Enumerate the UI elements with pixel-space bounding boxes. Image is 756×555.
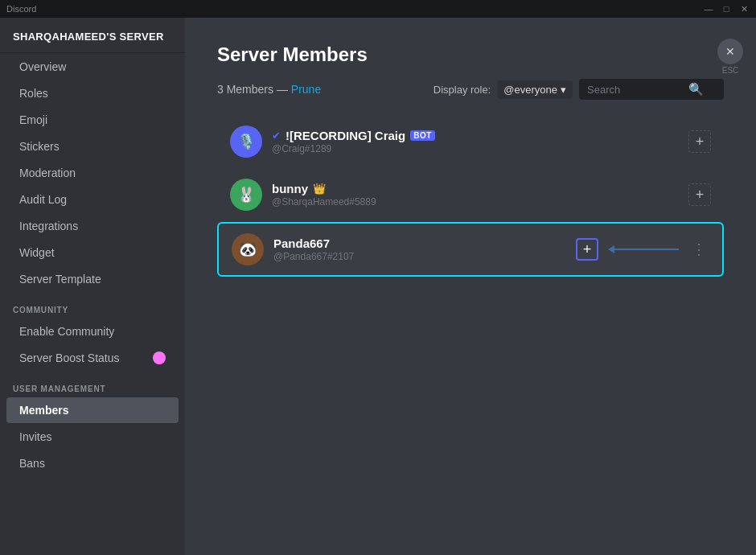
sidebar-item-label: Widget [19,246,55,259]
arrow-indicator [608,245,679,253]
member-info: ✔ ![RECORDING] Craig BOT @Craig#1289 [272,129,679,154]
sidebar-item-label: Bans [19,457,45,470]
member-name-row: Panda667 [273,236,566,250]
sidebar-item-label: Emoji [19,113,47,126]
sidebar-item-server-template[interactable]: Server Template [6,266,179,292]
server-name: SHARQAHAMEED'S SERVER [0,18,185,53]
add-role-button-highlighted[interactable]: + [576,238,598,261]
minimize-btn[interactable]: — [703,4,714,14]
sidebar-item-label: Enable Community [19,325,114,338]
display-role-label: Display role: [433,84,491,96]
verified-icon: ✔ [272,130,281,142]
display-role-section: Display role: @everyone ▾ 🔍 [433,79,724,100]
member-name: bunny [272,182,308,195]
sidebar-item-label: Server Template [19,273,101,286]
member-info: Panda667 @Panda667#2107 [273,236,566,262]
member-row: 🎙️ ✔ ![RECORDING] Craig BOT @Craig#1289 … [217,116,724,167]
sidebar: SHARQAHAMEED'S SERVER Overview Roles Emo… [0,18,185,555]
arrow-head-icon [608,245,614,253]
members-header: 3 Members — Prune Display role: @everyon… [217,79,724,100]
sidebar-item-label: Server Boost Status [19,352,120,364]
sidebar-item-emoji[interactable]: Emoji [6,107,179,133]
sidebar-item-label: Stickers [19,140,60,153]
titlebar: Discord — □ ✕ [0,0,756,18]
member-info: bunny 👑 @SharqaHameed#5889 [272,182,679,208]
close-btn[interactable]: ✕ [738,4,750,14]
esc-button[interactable]: ✕ ESC [717,39,743,75]
avatar: 🐼 [232,233,264,265]
search-bar: 🔍 [579,79,724,100]
prune-link[interactable]: Prune [291,83,321,96]
user-management-section-label: USER MANAGEMENT [0,372,185,397]
member-tag: @Panda667#2107 [273,251,566,262]
sidebar-item-label: Roles [19,87,48,100]
close-icon[interactable]: ✕ [717,39,743,64]
member-name: ![RECORDING] Craig [286,129,405,142]
window-controls[interactable]: — □ ✕ [703,4,750,14]
sidebar-item-server-boost-status[interactable]: Server Boost Status [6,345,179,371]
sidebar-item-label: Moderation [19,166,76,179]
sidebar-item-bans[interactable]: Bans [6,450,179,476]
app-title: Discord [6,4,36,14]
sidebar-item-audit-log[interactable]: Audit Log [6,187,179,212]
member-name: Panda667 [273,236,330,250]
sidebar-item-label: Audit Log [19,193,67,206]
maximize-btn[interactable]: □ [721,4,732,14]
search-input[interactable] [587,84,684,96]
sidebar-item-stickers[interactable]: Stickers [6,134,179,159]
avatar: 🐰 [230,179,262,211]
bot-badge: BOT [410,130,435,141]
sidebar-item-overview[interactable]: Overview [6,54,179,80]
member-name-row: ✔ ![RECORDING] Craig BOT [272,129,679,142]
sidebar-item-label: Invites [19,430,51,443]
community-section-label: COMMUNITY [0,293,185,318]
members-count: 3 Members — Prune [217,83,321,96]
sidebar-item-label: Members [19,404,68,417]
app-body: SHARQAHAMEED'S SERVER Overview Roles Emo… [0,18,756,555]
sidebar-item-enable-community[interactable]: Enable Community [6,319,179,344]
sidebar-item-moderation[interactable]: Moderation [6,160,179,186]
member-tag: @SharqaHameed#5889 [272,196,679,208]
display-role-select[interactable]: @everyone ▾ [497,80,573,99]
arrow-line [614,249,679,250]
sidebar-item-label: Integrations [19,220,78,232]
page-title: Server Members [217,43,724,66]
search-icon[interactable]: 🔍 [688,82,704,97]
member-row: 🐰 bunny 👑 @SharqaHameed#5889 + [217,169,724,220]
sidebar-item-label: Overview [19,60,66,73]
sidebar-item-members[interactable]: Members [6,397,179,423]
display-role-value: @everyone [503,84,557,96]
add-role-button[interactable]: + [688,130,711,153]
main-content: Server Members 3 Members — Prune Display… [185,18,756,555]
sidebar-item-integrations[interactable]: Integrations [6,213,179,239]
sidebar-item-widget[interactable]: Widget [6,240,179,265]
chevron-down-icon: ▾ [561,84,566,96]
sidebar-item-invites[interactable]: Invites [6,424,179,450]
add-role-button[interactable]: + [688,183,711,206]
member-row-highlighted: 🐼 Panda667 @Panda667#2107 + ⋮ [217,222,724,277]
esc-label: ESC [722,66,739,75]
more-options-button[interactable]: ⋮ [688,237,709,261]
member-name-row: bunny 👑 [272,182,679,195]
member-tag: @Craig#1289 [272,143,679,154]
avatar: 🎙️ [230,125,262,158]
sidebar-item-roles[interactable]: Roles [6,80,179,106]
crown-icon: 👑 [313,183,326,195]
boost-badge [153,352,166,364]
